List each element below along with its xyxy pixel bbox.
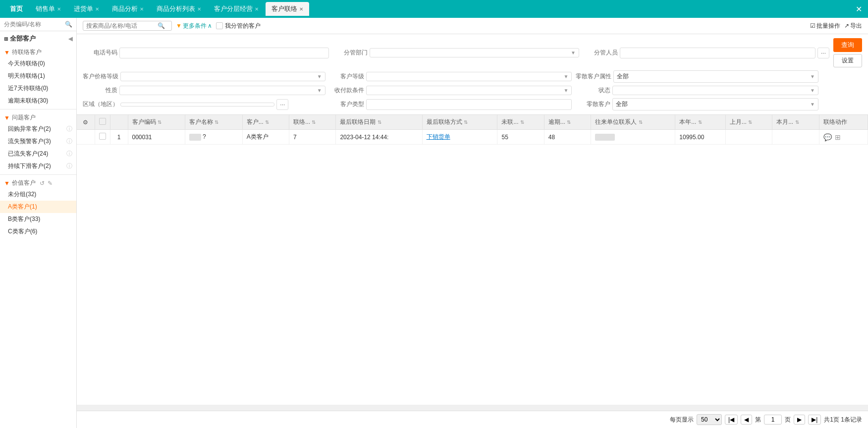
my-customers-check[interactable] [216, 22, 223, 29]
nav-tab-home[interactable]: 首页 [4, 2, 29, 16]
col-contact[interactable]: 联络... ⇅ [289, 115, 336, 130]
settings-button[interactable]: 设置 [833, 54, 862, 67]
col-last-contact-method[interactable]: 最后联络方式 ⇅ [422, 115, 497, 130]
nav-tab-close-product-analysis-list[interactable]: ✕ [197, 6, 201, 12]
first-page-button[interactable]: |◀ [725, 415, 738, 425]
chevron-down-icon-6: ▼ [563, 88, 568, 93]
retail-select[interactable]: 全部 ▼ [612, 98, 818, 110]
col-overdue[interactable]: 逾期... ⇅ [544, 115, 591, 130]
col-last-month[interactable]: 上月... ⇅ [725, 115, 772, 130]
pending-contact-label[interactable]: ▼ 待联络客户 [0, 46, 76, 57]
manager-input[interactable] [620, 48, 815, 58]
my-customers-checkbox[interactable]: 我分管的客户 [216, 22, 261, 30]
problem-customers-label[interactable]: ▼ 问题客户 [0, 111, 76, 123]
sidebar-item-b-class[interactable]: B类客户(33) [0, 213, 76, 225]
sidebar-item-declining[interactable]: 持续下滑客户(2) ⓘ [0, 160, 76, 172]
col-this-year[interactable]: 本年... ⇅ [675, 115, 726, 130]
top-nav: 首页销售单 ✕进货单 ✕商品分析 ✕商品分析列表 ✕客户分层经营 ✕客户联络 ✕… [0, 0, 868, 18]
sidebar-item-churn-warning[interactable]: 流失预警客户(3) ⓘ [0, 135, 76, 148]
col-not-contacted[interactable]: 未联... ⇅ [497, 115, 544, 130]
col-type[interactable]: 客户... ⇅ [242, 115, 289, 130]
row-name[interactable]: ? [185, 130, 243, 145]
nav-tab-product-analysis-list[interactable]: 商品分析列表 ✕ [151, 2, 207, 16]
row-last-month [725, 130, 772, 145]
col-last-contact-date[interactable]: 最后联络日期 ⇅ [336, 115, 422, 130]
row-last-contact-method[interactable]: 下销货单 [422, 130, 497, 145]
filter-search-icon[interactable]: 🔍 [158, 22, 165, 29]
row-check[interactable] [95, 130, 110, 145]
nav-tab-close-sales[interactable]: ✕ [57, 6, 61, 12]
region-dots-button[interactable]: ··· [276, 99, 288, 110]
last-page-button[interactable]: ▶| [808, 415, 821, 425]
action-link-icon[interactable]: ⊞ [835, 133, 841, 141]
sidebar-item-overdue[interactable]: 逾期未联络(30) [0, 95, 76, 107]
value-customers-label[interactable]: ▼ 价值客户 ↺ ✎ [0, 177, 76, 188]
info-icon-2: ⓘ [66, 137, 72, 146]
sidebar-item-ungrouped[interactable]: 未分组(32) [0, 188, 76, 201]
edit-icon[interactable]: ✎ [48, 180, 53, 187]
customer-type-label: 客户类型 [329, 100, 364, 108]
close-all-button[interactable]: ✕ [854, 2, 864, 16]
customer-level-select[interactable]: ▼ [366, 72, 572, 81]
department-select[interactable]: ▼ [370, 48, 579, 57]
action-comment-icon[interactable]: 💬 [823, 133, 832, 141]
export-button[interactable]: ↗ 导出 [844, 22, 862, 30]
batch-op-button[interactable]: ☑ 批量操作 [810, 22, 840, 30]
filter-field-department: 分管部门 ▼ [333, 48, 579, 57]
retail-label: 零散客户 [576, 100, 610, 108]
col-this-month[interactable]: 本月... ⇅ [772, 115, 819, 130]
collapse-sidebar-icon[interactable]: ◀ [68, 36, 72, 42]
per-page-select[interactable]: 50 100 200 [697, 414, 722, 425]
row-overdue: 48 [544, 130, 591, 145]
sidebar-item-repurchase-abnormal[interactable]: 回购异常客户(2) ⓘ [0, 123, 76, 135]
nav-tab-close-customer-contact[interactable]: ✕ [299, 6, 303, 12]
refresh-icon[interactable]: ↺ [40, 180, 45, 187]
info-icon-4: ⓘ [66, 162, 72, 170]
phone-input[interactable] [119, 48, 329, 58]
sidebar-search-input[interactable] [4, 21, 63, 28]
nav-tab-customer-contact[interactable]: 客户联络 ✕ [266, 2, 309, 16]
row-seq: 1 [110, 130, 128, 145]
row-code[interactable]: 000031 [128, 130, 185, 145]
sidebar-item-week-pending[interactable]: 近7天待联络(0) [0, 82, 76, 95]
payment-select[interactable]: ▼ [366, 86, 572, 95]
manager-dots-button[interactable]: ··· [817, 48, 829, 58]
row-this-year: 10995.00 [675, 130, 726, 145]
nav-tab-close-customer-tier[interactable]: ✕ [255, 6, 259, 12]
sidebar-item-churned[interactable]: 已流失客户(24) ⓘ [0, 148, 76, 160]
customer-type-input[interactable] [366, 99, 572, 110]
col-unit-contact[interactable]: 往来单位联系人 ⇅ [591, 115, 675, 130]
region-select[interactable] [120, 103, 274, 107]
sidebar-item-c-class[interactable]: C类客户(6) [0, 225, 76, 238]
col-code[interactable]: 客户编码 ⇅ [128, 115, 185, 130]
query-button[interactable]: 查询 [833, 38, 862, 52]
prev-page-button[interactable]: ◀ [741, 415, 752, 425]
sidebar-item-a-class[interactable]: A类客户(1) [0, 201, 76, 213]
col-name[interactable]: 客户名称 ⇅ [185, 115, 243, 130]
filter-row-4: 区域（地区） ··· 客户类型 零散客户 全部 ▼ [83, 98, 862, 110]
sidebar-search-icon[interactable]: 🔍 [65, 21, 72, 28]
nav-tab-product-analysis[interactable]: 商品分析 ✕ [106, 2, 150, 16]
price-level-select[interactable]: ▼ [120, 72, 326, 81]
nav-tab-close-product-analysis[interactable]: ✕ [140, 6, 144, 12]
more-filters-button[interactable]: ▼ 更多条件 ∧ [176, 22, 212, 30]
nature-select[interactable]: ▼ [119, 86, 326, 95]
nav-tab-purchase[interactable]: 进货单 ✕ [68, 2, 105, 16]
page-number-input[interactable] [764, 415, 782, 425]
sidebar-item-today-pending[interactable]: 今天待联络(0) [0, 57, 76, 70]
status-select[interactable]: ▼ [612, 86, 818, 95]
sidebar-item-tomorrow-pending[interactable]: 明天待联络(1) [0, 70, 76, 82]
nav-tab-sales[interactable]: 销售单 ✕ [30, 2, 67, 16]
chevron-down-icon-3: ▼ [563, 74, 568, 79]
horizontal-scrollbar[interactable] [77, 405, 868, 411]
filter-search-input[interactable] [86, 22, 156, 29]
retail-attr-select[interactable]: 全部 ▼ [613, 70, 818, 83]
col-check[interactable] [95, 115, 110, 130]
chevron-down-icon-5: ▼ [317, 88, 322, 93]
next-page-button[interactable]: ▶ [794, 415, 805, 425]
nav-tab-customer-tier[interactable]: 客户分层经营 ✕ [208, 2, 265, 16]
col-settings[interactable]: ⚙ [77, 115, 95, 130]
all-customers-header[interactable]: ⊞ 全部客户 ◀ [0, 31, 76, 46]
row-settings[interactable] [77, 130, 95, 145]
nav-tab-close-purchase[interactable]: ✕ [95, 6, 99, 12]
